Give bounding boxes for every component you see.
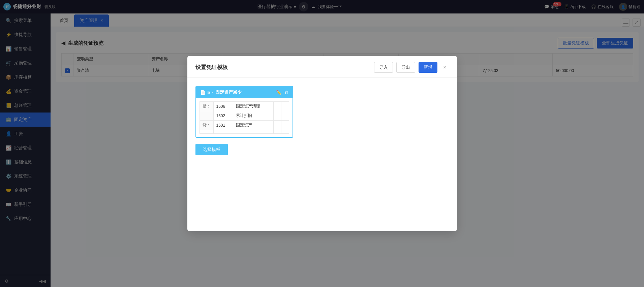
entry-code-2: 1601 [213,121,233,130]
entry-name-2: 固定资产 [233,121,274,130]
template-entry-empty [200,130,289,134]
export-button[interactable]: 导出 [396,62,415,73]
entry-debit-1 [273,111,281,121]
choose-template-button[interactable]: 选择模板 [195,144,228,155]
template-entry-1: 1602 累计折旧 [200,111,289,121]
template-entries-table: 借： 1606 固定资产清理 [200,101,289,134]
entry-side-0: 借： [200,102,213,111]
entry-name-0: 固定资产清理 [233,102,274,111]
template-entry-2: 贷： 1601 固定资产 [200,121,289,130]
entry-side-1 [200,111,213,121]
modal-close-button[interactable]: × [441,63,449,71]
entry-debit-2 [273,121,281,130]
delete-template-icon[interactable]: 🗑 [284,90,288,95]
template-entry-0: 借： 1606 固定资产清理 [200,102,289,111]
voucher-template-modal: 设置凭证模板 导入 导出 新增 × [187,56,457,231]
entry-credit-0 [281,102,289,111]
entry-credit-2 [281,121,289,130]
template-card: 📄 5 - 固定资产减少 ✏️ 🗑 [195,86,293,138]
template-body: 借： 1606 固定资产清理 [196,98,293,137]
entry-side-2: 贷： [200,121,213,130]
entry-credit-1 [281,111,289,121]
template-card-header: 📄 5 - 固定资产减少 ✏️ 🗑 [196,87,293,98]
import-button[interactable]: 导入 [374,62,393,73]
new-template-button[interactable]: 新增 [419,62,437,73]
template-actions: ✏️ 🗑 [276,90,288,95]
entry-debit-0 [273,102,281,111]
entry-code-1: 1602 [213,111,233,121]
edit-template-icon[interactable]: ✏️ [276,90,281,95]
entry-code-0: 1606 [213,102,233,111]
entry-name-1: 累计折旧 [233,111,274,121]
template-doc-icon: 📄 [200,90,206,95]
modal-title: 设置凭证模板 [195,64,228,71]
template-title: 📄 5 - 固定资产减少 [200,89,242,95]
modal-overlay: 设置凭证模板 导入 导出 新增 × [51,27,644,287]
